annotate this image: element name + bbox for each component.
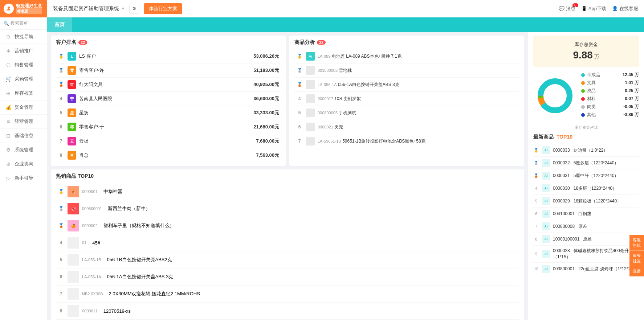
inventory-total-unit: 万 — [594, 54, 599, 60]
product-image: 🥩 — [68, 203, 79, 214]
product-name: 59651-1B旋转投影灯电池盒ABS黑色+58克 — [342, 139, 425, 144]
product-code: 0000017 — [318, 97, 333, 101]
table-row: 🥉 LA-056-1A 056-1A白色按键开关盖ABS 3克 — [294, 78, 519, 92]
product-info: 0000030 18多层（1220*2440） — [553, 185, 639, 192]
customer-name: 红太阳文具 — [79, 81, 250, 88]
legend-value: -0.05 万 — [623, 104, 639, 110]
rank-medal-icon: 🥉 — [57, 82, 65, 87]
sidebar-item-guide[interactable]: ▷ 新手引导 — [0, 171, 47, 185]
system-selector[interactable]: 装备及固定资产辅助管理系统 ▼ — [53, 5, 125, 12]
service-community-button[interactable]: 服务社区 — [629, 251, 644, 266]
rank-num: 8 — [533, 237, 539, 241]
operation-icon: ≡ — [5, 118, 12, 125]
messages-button[interactable]: 💬 消息 6 — [559, 5, 575, 12]
sidebar-item-label: 营销推广 — [15, 48, 33, 54]
legend-dot — [581, 97, 585, 101]
product-ranking-label: 商品分析 — [294, 39, 315, 46]
sidebar-item-basic-info[interactable]: ⊟ 基础信息 — [0, 129, 47, 143]
list-item: 8 Ai 10000100001 原差 — [533, 233, 639, 246]
sidebar-item-label: 系统管理 — [15, 147, 33, 153]
product-info: 000800008 原差 — [553, 223, 639, 230]
product-info: 10000100001 原差 — [553, 236, 639, 242]
sidebar-item-label: 经营管理 — [15, 118, 33, 125]
service-icon: 👤 — [612, 6, 618, 11]
sidebar-item-operation[interactable]: ≡ 经营管理 — [0, 115, 47, 129]
tab-home[interactable]: 首页 — [47, 17, 72, 32]
sidebar-item-inventory[interactable]: ⊞ 库存核算 — [0, 86, 47, 100]
sidebar-item-sales[interactable]: ⬡ 销售管理 — [0, 58, 47, 72]
product-thumb: Ai — [542, 172, 550, 180]
list-item: 🥉 🍊 0000002 智利车子里（规格不知道填什么） — [56, 217, 519, 234]
list-item: 8 0000011 12070519-xs — [56, 303, 519, 320]
table-row: 6 零 零售客户·于 21,680.00元 — [56, 120, 281, 134]
top-header: 装备及固定资产辅助管理系统 ▼ ⚙ 体验行业方案 💬 消息 6 📱 App下载 … — [47, 0, 644, 17]
avatar: 零 — [68, 123, 76, 131]
customer-service-button[interactable]: 客服热线 — [629, 235, 644, 251]
sidebar-item-collab[interactable]: ⊕ 企业协同 — [0, 157, 47, 171]
rank-medal-icon: 🥇 — [57, 189, 65, 194]
list-item: 🥈 Ai 0000032 5厘多层（1220*2440） — [533, 157, 639, 169]
avatar: 星 — [68, 108, 76, 117]
rank-medal-icon: 🥇 — [533, 148, 539, 153]
sidebar-item-label: 新手引导 — [15, 175, 33, 181]
product-info: 0000032 5厘多层（1220*2440） — [553, 160, 639, 166]
product-info: 0000028 体碱嘉核味苏打饮品400毫升（1*15） — [553, 248, 639, 260]
customer-name: 零售客户·于 — [79, 124, 250, 130]
rank-num: 9 — [533, 252, 539, 256]
gear-button[interactable]: ⚙ — [129, 4, 139, 14]
customer-name: 苦南县人民医院 — [79, 95, 250, 102]
customer-amount: 40,925.00元 — [253, 81, 279, 88]
table-row: 4 苦 苦南县人民医院 36,600.00元 — [56, 92, 281, 106]
sidebar-item-marketing[interactable]: ◈ 营销推广 — [0, 44, 47, 58]
sidebar-item-label: 采购管理 — [15, 76, 33, 82]
customer-ranking-panel: 客户排名 22 🥇 L LS 客户 53,006.26元 🥈 零 零售客户·许 … — [51, 36, 286, 166]
legend-item-other: 其他 -3.86 万 — [581, 112, 639, 118]
sidebar-item-purchase[interactable]: 🛒 采购管理 — [0, 72, 47, 86]
product-thumb — [306, 137, 315, 145]
customer-amount: 7,563.00元 — [256, 152, 279, 159]
table-row: 7 云 云扬 7,680.00元 — [56, 134, 281, 148]
sidebar-search[interactable]: 🔍 搜索菜单 — [0, 17, 47, 30]
app-download-button[interactable]: 📱 App下载 — [581, 5, 606, 12]
product-thumb: Ai — [542, 265, 550, 273]
list-item: 7 Ai 000800008 原差 — [533, 220, 639, 233]
product-name: 45# — [92, 240, 100, 246]
rank-medal-icon: 🥇 — [296, 54, 303, 59]
legend-item-product: 成品 0.25 万 — [581, 88, 639, 94]
legend-label: 其他 — [587, 112, 621, 118]
legend-item-stationery: 文具 1.01 万 — [581, 80, 639, 86]
customer-name: 肖总 — [79, 152, 253, 159]
legend-item-semi: 半成品 12.45 万 — [581, 72, 639, 78]
sidebar-item-system[interactable]: ⚙ 系统管理 — [0, 143, 47, 157]
rank-num: 8 — [57, 308, 65, 313]
product-name: 电池盖 LA-089 ABS本色+黑种 7.1克 — [332, 54, 402, 59]
product-name: 056-1A白色按键开关盖ABS 3克 — [338, 82, 399, 87]
avatar: 苦 — [68, 94, 76, 103]
live-stream-button[interactable]: 直播 — [629, 266, 644, 276]
message-icon: 💬 — [559, 6, 564, 11]
rank-medal-icon: 🥉 — [533, 173, 539, 178]
product-thumb: Ai — [542, 235, 550, 243]
sidebar-item-shortcuts[interactable]: ⊙ 快捷导航 — [0, 30, 47, 44]
rank-medal-icon: 🥉 — [57, 223, 65, 228]
product-info: 000800005 手机测试 — [318, 110, 518, 116]
finance-icon: 💰 — [5, 104, 12, 111]
product-info: 001000002 雪地靴 — [318, 67, 518, 74]
product-image — [68, 271, 79, 283]
newest-top10-label: TOP10 — [557, 134, 572, 140]
hot-products-panel: 热销商品 TOP10 🥇 🍖 0000001 中华神器 🥈 🥩 00050000… — [51, 169, 524, 320]
table-row: 4 0000017 10S 变刑罗絮 — [294, 92, 519, 106]
rank-num: 6 — [57, 124, 65, 130]
search-icon: 🔍 — [4, 21, 9, 26]
trial-button[interactable]: 体验行业方案 — [144, 3, 182, 14]
content: 客户排名 22 🥇 L LS 客户 53,006.26元 🥈 零 零售客户·许 … — [47, 32, 644, 320]
app-name: 畅捷通好生意 — [16, 3, 42, 8]
header-right: 💬 消息 6 📱 App下载 👤 在线客服 — [559, 5, 638, 12]
legend-dot — [581, 73, 585, 77]
online-service-button[interactable]: 👤 在线客服 — [612, 5, 638, 12]
sidebar: 畅捷通好生意 标准版 🔍 搜索菜单 ⊙ 快捷导航 ◈ 营销推广 ⬡ 销售管理 🛒… — [0, 0, 47, 320]
customer-amount: 53,006.26元 — [253, 53, 279, 60]
donut-chart — [533, 74, 577, 118]
sidebar-item-finance[interactable]: 💰 资金管理 — [0, 100, 47, 115]
system-name: 装备及固定资产辅助管理系统 — [53, 5, 119, 12]
